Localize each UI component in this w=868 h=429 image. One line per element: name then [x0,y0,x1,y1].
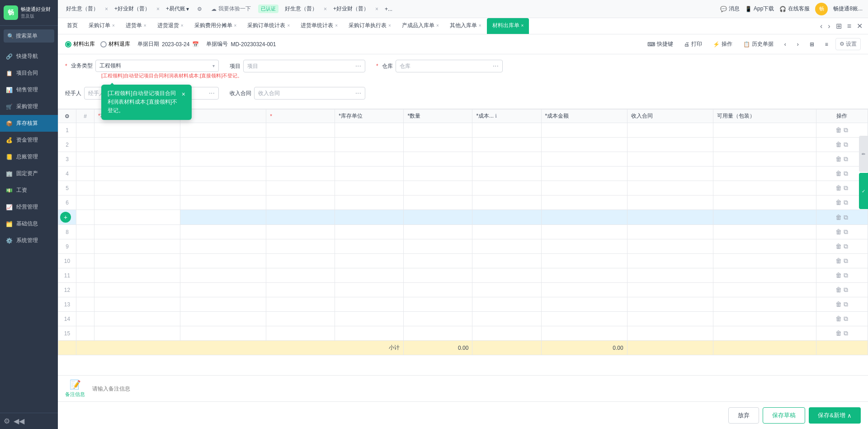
sidebar-item-payroll[interactable]: 💵 工资 [0,182,58,199]
delete-row-15-icon[interactable]: 🗑 [835,329,842,337]
delete-row-1-icon[interactable]: 🗑 [835,126,842,133]
tab-material-outbound[interactable]: 材料出库单 × [487,18,529,34]
user-avatar[interactable]: 畅 [815,3,828,15]
tab-other-inbound[interactable]: 其他入库单 × [444,18,487,34]
right-tool-check-icon[interactable]: ✓ [859,173,868,209]
copy-row-6-icon[interactable]: ⧉ [844,199,848,206]
topbar-link-0[interactable]: 好生意（普） [63,3,101,14]
history-button[interactable]: 📋 历史单据 [740,38,777,50]
discard-button[interactable]: 放弃 [728,407,759,424]
tab-close-finished-goods[interactable]: × [436,23,439,28]
sidebar-item-project[interactable]: 📋 项目合同 [0,65,58,81]
radio-material-return[interactable]: 材料退库 [100,40,130,48]
tab-prev-icon[interactable]: ‹ [818,20,824,32]
copy-row-2-icon[interactable]: ⧉ [844,141,848,148]
topbar-more-link-0[interactable]: 好生意（普） [282,3,320,14]
settings-bottom-icon[interactable]: ⚙ [4,417,10,425]
tab-home[interactable]: 首页 [61,18,83,34]
topbar-settings-icon[interactable]: ⚙ [195,4,204,14]
tab-inbound-return[interactable]: 进货退货 × [152,18,189,34]
delete-row-7-icon[interactable]: 🗑 [835,214,842,221]
copy-row-9-icon[interactable]: ⧉ [844,243,848,250]
delete-row-8-icon[interactable]: 🗑 [835,228,842,235]
print-button[interactable]: 🖨 打印 [680,38,706,50]
tab-close-inbound[interactable]: × [144,23,146,28]
view-list-button[interactable]: ≡ [821,39,832,49]
tab-grid-view-icon[interactable]: ⊞ [834,20,844,32]
tab-next-icon[interactable]: › [826,20,832,32]
delete-row-9-icon[interactable]: 🗑 [835,243,842,250]
delete-row-14-icon[interactable]: 🗑 [835,315,842,322]
sidebar-item-finance[interactable]: 💰 资金管理 [0,132,58,148]
shortcut-key-button[interactable]: ⌨ 快捷键 [644,38,677,50]
copy-row-4-icon[interactable]: ⧉ [844,170,848,177]
save-draft-button[interactable]: 保存草稿 [763,407,805,424]
sidebar-item-sales[interactable]: 📊 销售管理 [0,81,58,98]
delete-row-12-icon[interactable]: 🗑 [835,286,842,293]
tab-close-other-inbound[interactable]: × [479,23,481,28]
delete-row-11-icon[interactable]: 🗑 [835,272,842,279]
add-row-button[interactable]: + [60,212,71,223]
delete-row-5-icon[interactable]: 🗑 [835,184,842,191]
tab-purchase-expense[interactable]: 采购费用分摊单 × [189,18,242,34]
tab-purchase-stat[interactable]: 采购订单统计表 × [242,18,295,34]
col-settings-header[interactable]: ⚙ [58,110,76,123]
sidebar-item-inventory[interactable]: 📦 库存核算 [0,115,58,132]
income-contract-input[interactable]: 收入合同 ··· [254,87,365,100]
copy-row-15-icon[interactable]: ⧉ [844,329,848,337]
tooltip-close-button[interactable]: × [182,89,185,99]
topbar-link-1[interactable]: +好业财（普） [112,3,153,14]
tab-close-purchase-order[interactable]: × [112,23,115,28]
business-type-input[interactable]: 工程领料 ▾ [95,60,219,72]
copy-row-12-icon[interactable]: ⧉ [844,286,848,293]
warehouse-input[interactable]: 仓库 ··· [396,60,503,72]
tab-close-material-outbound[interactable]: × [521,23,524,28]
tab-close-purchase-stat[interactable]: × [287,23,290,28]
copy-row-10-icon[interactable]: ⧉ [844,257,848,264]
username-label[interactable]: 畅捷通8账... [833,5,863,13]
sidebar-item-ledger[interactable]: 📒 总账管理 [0,148,58,165]
save-new-button[interactable]: 保存&新增 ∧ [809,407,861,424]
sidebar-item-shortcut[interactable]: 🔗 快捷导航 [0,48,58,65]
sidebar-item-ops[interactable]: 📈 经营管理 [0,199,58,215]
tab-close-purchase-expense[interactable]: × [234,23,237,28]
tab-close-all-icon[interactable]: ✕ [855,20,864,32]
search-menu-button[interactable]: 🔍 搜索菜单 [4,29,54,43]
copy-row-13-icon[interactable]: ⧉ [844,300,848,308]
delete-row-3-icon[interactable]: 🗑 [835,155,842,162]
copy-row-11-icon[interactable]: ⧉ [844,272,848,279]
calendar-icon[interactable]: 📅 [192,41,199,48]
topbar-dropdown-yidaizhang[interactable]: +易代账 ▾ [163,3,192,14]
topbar-more-link-2[interactable]: +... [382,4,395,14]
sidebar-item-basic[interactable]: 🗂️ 基础信息 [0,215,58,232]
view-split-button[interactable]: ⊞ [806,39,818,49]
doc-settings-button[interactable]: ⚙ 设置 [835,38,861,50]
delete-row-6-icon[interactable]: 🗑 [835,199,842,206]
tab-purchase-order[interactable]: 采购订单 × [83,18,120,34]
collapse-button[interactable]: ◀◀ [14,417,24,425]
right-tool-edit-icon[interactable]: ✏ [859,136,868,172]
tab-finished-goods[interactable]: 产成品入库单 × [396,18,444,34]
tab-list-view-icon[interactable]: ≡ [845,20,853,32]
tab-close-inbound-return[interactable]: × [181,23,184,28]
nav-next-button[interactable]: › [793,39,802,49]
project-input[interactable]: 项目 ··· [243,60,365,72]
sidebar-item-purchase[interactable]: 🛒 采购管理 [0,98,58,115]
nav-prev-button[interactable]: ‹ [781,39,790,49]
copy-row-8-icon[interactable]: ⧉ [844,228,848,235]
delete-row-13-icon[interactable]: 🗑 [835,300,842,308]
copy-row-7-icon[interactable]: ⧉ [844,214,848,221]
tab-close-inbound-stat[interactable]: × [335,23,338,28]
operate-button[interactable]: ⚡ 操作 [709,38,736,50]
tab-close-purchase-exec[interactable]: × [388,23,391,28]
tab-inbound-stat[interactable]: 进货单统计表 × [295,18,343,34]
copy-row-5-icon[interactable]: ⧉ [844,184,848,191]
online-service-button[interactable]: 🎧 在线客服 [779,5,810,13]
tab-inbound[interactable]: 进货单 × [120,18,152,34]
copy-row-1-icon[interactable]: ⧉ [844,126,848,133]
copy-row-3-icon[interactable]: ⧉ [844,155,848,162]
tab-purchase-exec[interactable]: 采购订单执行表 × [343,18,396,34]
radio-material-outbound[interactable]: 材料出库 [65,40,95,48]
app-download-button[interactable]: 📱 App下载 [745,5,774,13]
sidebar-item-assets[interactable]: 🏢 固定资产 [0,165,58,182]
